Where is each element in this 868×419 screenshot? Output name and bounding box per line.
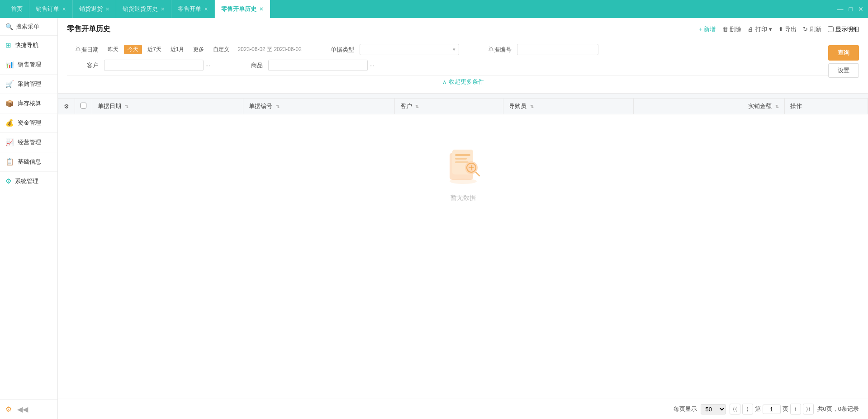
prev-page-button[interactable]: ⟨	[742, 404, 753, 414]
sidebar-bottom: ⚙ ◀◀	[0, 399, 57, 419]
settings-icon[interactable]: ⚙	[5, 405, 12, 414]
add-button[interactable]: + 新增	[699, 25, 716, 33]
date-btn-more[interactable]: 更多	[190, 45, 208, 54]
tab-home[interactable]: 首页	[5, 0, 29, 18]
quick-nav-icon: ⊞	[5, 41, 11, 49]
empty-state: 暂无数据	[58, 114, 868, 229]
tab-sales-order-label: 销售订单	[36, 5, 59, 13]
tab-sales-return-history[interactable]: 销货退货历史 ✕	[116, 0, 171, 18]
last-page-button[interactable]: ⟩⟩	[803, 404, 814, 414]
sidebar-item-inventory[interactable]: 📦 库存核算	[0, 94, 57, 113]
maximize-button[interactable]: □	[849, 5, 853, 13]
tab-sales-return-history-close[interactable]: ✕	[161, 6, 165, 12]
filter-row-1: 单据日期 昨天 今天 近7天 近1月 更多 自定义 2023-06-02 至 2…	[67, 44, 859, 55]
date-btn-today[interactable]: 今天	[124, 45, 142, 54]
select-all-checkbox[interactable]	[81, 103, 86, 108]
goods-input[interactable]	[268, 60, 368, 71]
customer-ellipsis-icon[interactable]: ···	[205, 62, 210, 69]
th-amount[interactable]: 实销金额 ⇅	[633, 99, 784, 114]
sidebar-search-label: 搜索采单	[16, 23, 39, 31]
sidebar-item-system[interactable]: ⚙ 系统管理	[0, 172, 57, 191]
collapse-more-btn[interactable]: ∧ 收起更多条件	[67, 75, 859, 89]
bill-type-label: 单据类型	[323, 46, 354, 54]
date-btn-custom[interactable]: 自定义	[209, 45, 233, 54]
sidebar-item-operations[interactable]: 📈 经营管理	[0, 133, 57, 152]
th-checkbox[interactable]	[75, 99, 92, 114]
th-guide-label: 导购员	[509, 103, 526, 109]
page-label: 页	[783, 405, 788, 413]
sidebar-item-quick-nav[interactable]: ⊞ 快捷导航	[0, 36, 57, 55]
date-btn-7days[interactable]: 近7天	[144, 45, 165, 54]
tab-retail-open[interactable]: 零售开单 ✕	[171, 0, 215, 18]
query-button[interactable]: 查询	[828, 45, 859, 61]
table-header: ⚙ 单据日期 ⇅ 单据编号 ⇅ 客户	[58, 99, 868, 114]
page-number-input[interactable]: 1	[763, 405, 781, 414]
export-button[interactable]: ⬆ 导出	[778, 25, 797, 33]
collapse-more-icon: ∧	[442, 79, 447, 85]
th-date-label: 单据日期	[98, 103, 121, 109]
sort-date-icon: ⇅	[125, 104, 128, 109]
basic-info-icon: 📋	[5, 158, 14, 166]
sidebar-item-operations-label: 经营管理	[18, 138, 41, 146]
first-page-button[interactable]: ⟨⟨	[730, 404, 740, 414]
bill-type-select-wrapper: ▾	[360, 44, 459, 55]
sidebar-item-basic-info[interactable]: 📋 基础信息	[0, 152, 57, 172]
customer-input[interactable]	[104, 60, 204, 71]
goods-ellipsis-icon[interactable]: ···	[370, 62, 375, 69]
sidebar-item-sales-mgmt[interactable]: 📊 销售管理	[0, 55, 57, 75]
empty-state-row: 暂无数据	[58, 114, 868, 230]
sidebar-item-finance[interactable]: 💰 资金管理	[0, 113, 57, 133]
date-filter-label: 单据日期	[67, 46, 99, 54]
th-action-label: 操作	[790, 103, 802, 109]
svg-rect-3	[455, 154, 470, 156]
tab-retail-open-history-close[interactable]: ✕	[259, 6, 263, 12]
next-page-button[interactable]: ⟩	[790, 404, 801, 414]
tab-sales-return-close[interactable]: ✕	[105, 6, 109, 12]
collapse-sidebar-icon[interactable]: ◀◀	[17, 405, 28, 414]
th-guide[interactable]: 导购员 ⇅	[503, 99, 633, 114]
settings-button[interactable]: 设置	[828, 63, 859, 78]
th-customer[interactable]: 客户 ⇅	[394, 99, 503, 114]
per-page-select[interactable]: 50 100 200	[701, 404, 726, 414]
data-table-container: ⚙ 单据日期 ⇅ 单据编号 ⇅ 客户	[58, 98, 868, 399]
refresh-button[interactable]: ↻ 刷新	[803, 25, 821, 33]
date-range-display: 2023-06-02 至 2023-06-02	[237, 46, 301, 53]
minimize-button[interactable]: —	[837, 5, 844, 13]
sidebar-item-sales-label: 销售管理	[18, 61, 41, 69]
content-area: 零售开单历史 + 新增 🗑 删除 🖨 打印 ▾ ⬆ 导出 ↻ 刷新 显示明细	[58, 18, 868, 419]
tab-sales-order[interactable]: 销售订单 ✕	[29, 0, 73, 18]
date-btn-1month[interactable]: 近1月	[167, 45, 188, 54]
page-header-top: 零售开单历史 + 新增 🗑 删除 🖨 打印 ▾ ⬆ 导出 ↻ 刷新 显示明细	[67, 24, 859, 34]
tab-retail-open-close[interactable]: ✕	[204, 6, 208, 12]
th-number[interactable]: 单据编号 ⇅	[243, 99, 394, 114]
tab-sales-order-close[interactable]: ✕	[62, 6, 66, 12]
filter-area: 单据日期 昨天 今天 近7天 近1月 更多 自定义 2023-06-02 至 2…	[67, 39, 859, 93]
toolbar: + 新增 🗑 删除 🖨 打印 ▾ ⬆ 导出 ↻ 刷新 显示明细	[699, 25, 859, 33]
th-settings[interactable]: ⚙	[58, 99, 75, 114]
filter-row-2: 客户 ··· 商品 ···	[67, 60, 859, 71]
customer-input-wrapper: ···	[104, 60, 210, 71]
delete-button[interactable]: 🗑 删除	[722, 25, 742, 33]
collapse-more-label: 收起更多条件	[449, 78, 484, 86]
close-button[interactable]: ✕	[858, 5, 863, 13]
bill-number-label: 单据编号	[480, 46, 512, 54]
display-columns-toggle[interactable]: 显示明细	[828, 25, 859, 33]
sidebar-item-purchase-mgmt[interactable]: 🛒 采购管理	[0, 75, 57, 94]
display-columns-checkbox[interactable]	[828, 26, 834, 32]
th-number-label: 单据编号	[249, 103, 272, 109]
bill-type-select[interactable]	[360, 44, 459, 55]
th-action: 操作	[784, 99, 868, 114]
sort-number-icon: ⇅	[276, 104, 280, 109]
date-filter-buttons: 昨天 今天 近7天 近1月 更多 自定义	[104, 45, 233, 54]
page-header: 零售开单历史 + 新增 🗑 删除 🖨 打印 ▾ ⬆ 导出 ↻ 刷新 显示明细	[58, 18, 868, 94]
date-btn-yesterday[interactable]: 昨天	[104, 45, 122, 54]
bill-number-input[interactable]	[517, 44, 598, 55]
window-controls: — □ ✕	[837, 5, 863, 13]
sidebar-search[interactable]: 🔍 搜索采单	[0, 18, 57, 36]
tab-retail-open-history[interactable]: 零售开单历史 ✕	[215, 0, 270, 18]
th-date[interactable]: 单据日期 ⇅	[92, 99, 243, 114]
print-button[interactable]: 🖨 打印 ▾	[748, 25, 772, 33]
tab-sales-return[interactable]: 销货退货 ✕	[73, 0, 116, 18]
goods-input-wrapper: ···	[268, 60, 375, 71]
customer-label: 客户	[67, 61, 99, 70]
